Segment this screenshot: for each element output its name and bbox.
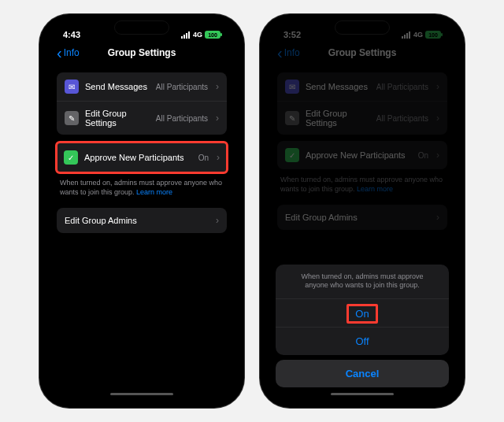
status-right: 4G 100 (181, 31, 220, 39)
back-button[interactable]: Info (57, 47, 80, 58)
chevron-right-icon: › (436, 81, 439, 92)
row-approve-participants[interactable]: ✓ Approve New Participants On › (57, 143, 226, 172)
bubble-icon: ✉ (65, 80, 79, 94)
phone-right: 3:52 4G 100 Info Group Settings ✉ Send M… (260, 14, 465, 408)
row-value: All Participants (156, 114, 208, 123)
home-indicator (110, 393, 173, 395)
row-label: Send Messages (306, 82, 370, 91)
back-button[interactable]: Info (277, 47, 300, 58)
nav-bar: Info Group Settings (269, 43, 455, 66)
row-edit-group-settings[interactable]: ✎ Edit Group Settings All Participants › (277, 101, 447, 135)
section-approve-highlighted: ✓ Approve New Participants On › (55, 141, 228, 174)
chevron-right-icon: › (216, 215, 219, 226)
chevron-right-icon: › (217, 152, 220, 163)
page-title: Group Settings (108, 47, 176, 58)
page-title: Group Settings (328, 47, 397, 58)
screen-right: 3:52 4G 100 Info Group Settings ✉ Send M… (269, 22, 455, 398)
learn-more-link[interactable]: Learn more (136, 188, 172, 196)
row-value: On (418, 151, 428, 160)
chevron-right-icon: › (436, 212, 439, 223)
phone-left: 4:43 4G 100 Info Group Settings ✉ Send M… (39, 14, 244, 408)
row-value: All Participants (156, 83, 208, 91)
section-admins: Edit Group Admins › (277, 205, 447, 230)
approve-icon: ✓ (285, 148, 299, 162)
row-edit-group-admins[interactable]: Edit Group Admins › (277, 205, 447, 230)
action-sheet-option-on[interactable]: On (346, 304, 377, 324)
row-edit-group-settings[interactable]: ✎ Edit Group Settings All Participants › (57, 101, 227, 135)
nav-bar: Info Group Settings (49, 43, 235, 66)
clock: 4:43 (63, 30, 80, 39)
signal-icon (402, 31, 410, 39)
pencil-icon: ✎ (65, 111, 79, 125)
action-sheet-message: When turned on, admins must approve anyo… (276, 265, 449, 298)
battery-icon: 100 (425, 31, 441, 39)
row-send-messages[interactable]: ✉ Send Messages All Participants › (57, 72, 227, 101)
section-admins: Edit Group Admins › (57, 208, 227, 233)
back-label: Info (64, 47, 80, 58)
action-sheet: When turned on, admins must approve anyo… (269, 265, 455, 398)
chevron-right-icon: › (216, 113, 219, 124)
row-label: Edit Group Settings (85, 109, 150, 128)
learn-more-link[interactable]: Learn more (357, 185, 393, 193)
status-right: 4G 100 (402, 31, 441, 39)
row-label: Edit Group Settings (306, 109, 370, 128)
action-sheet-option-off[interactable]: Off (276, 327, 449, 355)
bubble-icon: ✉ (285, 80, 299, 94)
clock: 3:52 (284, 30, 301, 39)
row-label: Edit Group Admins (285, 213, 428, 222)
section-permissions: ✉ Send Messages All Participants › ✎ Edi… (277, 72, 447, 135)
battery-icon: 100 (205, 31, 220, 39)
network-label: 4G (193, 31, 202, 39)
row-label: Approve New Participants (84, 153, 192, 162)
row-label: Send Messages (85, 82, 150, 91)
chevron-right-icon: › (436, 150, 439, 161)
notch (335, 20, 390, 35)
row-approve-participants[interactable]: ✓ Approve New Participants On › (277, 141, 447, 169)
action-sheet-body: When turned on, admins must approve anyo… (276, 265, 449, 355)
row-value: All Participants (376, 83, 428, 91)
action-sheet-option-on-wrap[interactable]: On (276, 298, 449, 327)
row-label: Approve New Participants (306, 150, 412, 160)
action-sheet-cancel[interactable]: Cancel (276, 360, 449, 387)
notch (114, 20, 169, 35)
approve-icon: ✓ (64, 150, 78, 165)
helper-text: When turned on, admins must approve anyo… (269, 176, 455, 198)
chevron-right-icon: › (216, 81, 219, 92)
helper-text: When turned on, admins must approve anyo… (49, 179, 235, 202)
pencil-icon: ✎ (285, 111, 299, 125)
row-label: Edit Group Admins (65, 216, 208, 225)
network-label: 4G (413, 31, 423, 39)
row-send-messages[interactable]: ✉ Send Messages All Participants › (277, 72, 447, 101)
home-indicator (331, 393, 394, 395)
section-permissions: ✉ Send Messages All Participants › ✎ Edi… (57, 72, 227, 135)
section-approve: ✓ Approve New Participants On › (277, 141, 447, 169)
chevron-right-icon: › (436, 113, 439, 124)
back-label: Info (284, 47, 300, 58)
row-value: On (198, 154, 209, 162)
screen-left: 4:43 4G 100 Info Group Settings ✉ Send M… (49, 22, 235, 398)
row-value: All Participants (376, 114, 428, 123)
signal-icon (181, 31, 190, 39)
row-edit-group-admins[interactable]: Edit Group Admins › (57, 208, 227, 233)
